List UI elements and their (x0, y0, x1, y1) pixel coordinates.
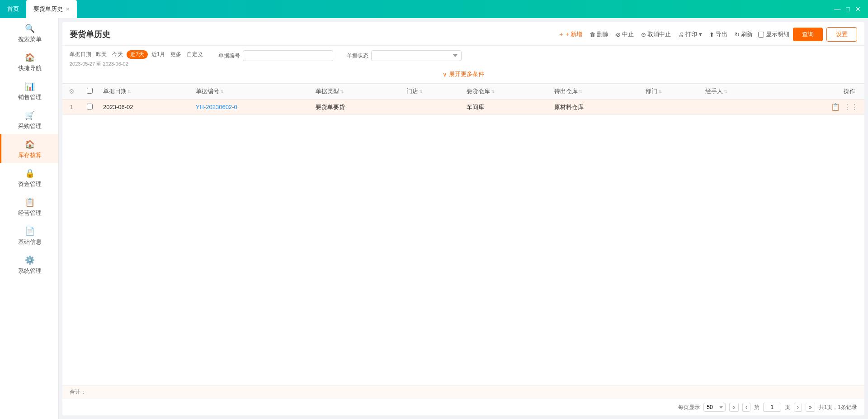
sidebar-item-sales-mgmt-label: 销售管理 (18, 93, 42, 101)
bill-no-label: 单据编号 (218, 52, 240, 60)
bill-status-filter: 单据状态 (347, 50, 462, 61)
cancel-suspend-label: 取消中止 (647, 30, 671, 38)
expand-more-btn[interactable]: ∨ 展开更多条件 (70, 70, 857, 78)
bill-status-label: 单据状态 (347, 52, 368, 60)
page-size-select[interactable]: 10 20 50 100 (703, 403, 726, 412)
settings-button[interactable]: 设置 (826, 27, 857, 42)
tab-home[interactable]: 首页 (0, 0, 26, 18)
sidebar-item-search-menu-label: 搜索菜单 (18, 35, 42, 43)
cancel-suspend-button[interactable]: ⊙ 取消中止 (639, 29, 673, 39)
bill-status-select[interactable] (371, 50, 462, 61)
date-btn-custom[interactable]: 自定义 (185, 50, 205, 59)
row-bill-no[interactable]: YH-20230602-0 (191, 100, 311, 115)
display-detail-toggle[interactable]: 显示明细 (758, 30, 789, 38)
sidebar-item-quick-nav[interactable]: 🏠 快捷导航 (0, 47, 58, 76)
col-req-warehouse[interactable]: 要货仓库⇅ (462, 84, 550, 100)
table-body: 1 2023-06-02 YH-20230602-0 要货单要货 车间库 原材料… (62, 100, 864, 115)
finance-icon: 🔒 (25, 168, 35, 178)
tab-bar: 首页 要货单历史 ✕ (0, 0, 835, 18)
sidebar-item-system-mgmt[interactable]: ⚙️ 系统管理 (0, 250, 58, 279)
col-bill-no[interactable]: 单据编号⇅ (191, 84, 311, 100)
sort-icon-handler: ⇅ (724, 89, 727, 94)
query-button[interactable]: 查询 (793, 28, 823, 41)
maximize-button[interactable]: □ (846, 5, 850, 13)
col-store[interactable]: 门店⇅ (402, 84, 462, 100)
col-department[interactable]: 部门⇅ (641, 84, 701, 100)
page-label-page: 页 (785, 404, 790, 411)
col-handler[interactable]: 经手人⇅ (701, 84, 774, 100)
table-area: ⚙ 单据日期⇅ 单据编号⇅ 单据类型⇅ (62, 83, 864, 385)
close-button[interactable]: ✕ (855, 5, 861, 13)
new-icon: ＋ (558, 30, 564, 38)
date-btn-group: 昨天 今天 近7天 近1月 更多 自定义 (94, 50, 205, 59)
sidebar-item-system-mgmt-label: 系统管理 (18, 267, 42, 275)
row-checkbox[interactable] (87, 104, 93, 110)
sidebar-item-basic-info-label: 基础信息 (18, 238, 42, 246)
tab-requisition-history-label: 要货单历史 (33, 5, 63, 13)
delete-button[interactable]: 🗑 删除 (588, 29, 610, 39)
select-all-checkbox[interactable] (87, 88, 93, 94)
ops-icon: 📋 (25, 197, 35, 207)
sidebar-item-purchase-mgmt[interactable]: 🛒 采购管理 (0, 105, 58, 134)
page-label-first: 第 (754, 404, 760, 411)
basic-info-icon: 📄 (25, 226, 35, 236)
sidebar-item-sales-mgmt[interactable]: 📊 销售管理 (0, 76, 58, 105)
export-button[interactable]: ⬆ 导出 (708, 29, 729, 39)
inventory-icon: 🏠 (25, 139, 35, 149)
home-icon: 🏠 (25, 52, 35, 62)
refresh-icon: ↻ (735, 31, 740, 38)
sidebar-item-finance-mgmt[interactable]: 🔒 资金管理 (0, 163, 58, 192)
sidebar-item-ops-mgmt[interactable]: 📋 经营管理 (0, 192, 58, 221)
date-filter-inline: 单据日期 昨天 今天 近7天 近1月 更多 自定义 (70, 50, 205, 59)
filter-row: 单据日期 昨天 今天 近7天 近1月 更多 自定义 2023-05-27 至 2… (70, 50, 857, 67)
print-button[interactable]: 🖨 打印 ▾ (676, 29, 704, 39)
col-bill-date[interactable]: 单据日期⇅ (99, 84, 191, 100)
main-layout: 🔍 搜索菜单 🏠 快捷导航 📊 销售管理 🛒 采购管理 🏠 库存核算 🔒 资金管… (0, 18, 868, 419)
sidebar-item-basic-info[interactable]: 📄 基础信息 (0, 221, 58, 250)
tab-close-icon[interactable]: ✕ (66, 6, 70, 12)
col-bill-type[interactable]: 单据类型⇅ (311, 84, 402, 100)
date-btn-last7days[interactable]: 近7天 (127, 50, 148, 59)
sales-icon: 📊 (25, 81, 35, 91)
export-label: 导出 (716, 30, 727, 38)
display-detail-checkbox[interactable] (758, 32, 764, 38)
suspend-button[interactable]: ⊘ 中止 (614, 29, 636, 39)
print-label: 打印 ▾ (685, 30, 702, 38)
date-range-display: 2023-05-27 至 2023-06-02 (70, 61, 205, 67)
expand-down-icon: ∨ (443, 71, 447, 78)
sidebar-item-inventory-label: 库存核算 (18, 151, 42, 159)
first-page-button[interactable]: « (729, 403, 739, 412)
date-btn-last1month[interactable]: 近1月 (150, 50, 167, 59)
page-header: 要货单历史 ＋ + 新增 🗑 删除 ⊘ 中止 ⊙ 取消中止 (62, 22, 864, 46)
sort-icon-bill-type: ⇅ (340, 89, 344, 94)
row-more-icon[interactable]: ⋮⋮ (844, 103, 858, 111)
tab-requisition-history[interactable]: 要货单历史 ✕ (26, 0, 77, 18)
date-btn-today[interactable]: 今天 (110, 50, 125, 59)
sort-icon-pending-warehouse: ⇅ (579, 89, 582, 94)
delete-icon: 🗑 (590, 31, 595, 38)
row-pending-warehouse: 原材料仓库 (550, 100, 641, 115)
suspend-label: 中止 (622, 30, 634, 38)
row-edit-icon[interactable]: 📋 (831, 103, 840, 111)
minimize-button[interactable]: — (835, 5, 841, 13)
sidebar-item-inventory[interactable]: 🏠 库存核算 (0, 134, 58, 163)
col-pending-warehouse[interactable]: 待出仓库⇅ (550, 84, 641, 100)
refresh-button[interactable]: ↻ 刷新 (733, 29, 755, 39)
last-page-button[interactable]: » (806, 403, 815, 412)
date-btn-yesterday[interactable]: 昨天 (94, 50, 108, 59)
bill-no-link[interactable]: YH-20230602-0 (196, 104, 237, 110)
settings-gear-icon[interactable]: ⚙ (69, 88, 75, 95)
new-button[interactable]: ＋ + 新增 (557, 29, 584, 39)
date-btn-more[interactable]: 更多 (169, 50, 183, 59)
col-settings[interactable]: ⚙ (62, 84, 80, 100)
prev-page-button[interactable]: ‹ (742, 403, 750, 412)
tab-home-label: 首页 (7, 5, 19, 13)
bill-no-input[interactable] (243, 50, 333, 61)
sidebar-item-search-menu[interactable]: 🔍 搜索菜单 (0, 18, 58, 47)
row-handler (701, 100, 774, 115)
table-header-row: ⚙ 单据日期⇅ 单据编号⇅ 单据类型⇅ (62, 84, 864, 100)
sidebar-item-finance-mgmt-label: 资金管理 (18, 180, 42, 188)
sort-icon-bill-date: ⇅ (127, 89, 131, 94)
page-number-input[interactable] (763, 403, 781, 412)
next-page-button[interactable]: › (794, 403, 802, 412)
